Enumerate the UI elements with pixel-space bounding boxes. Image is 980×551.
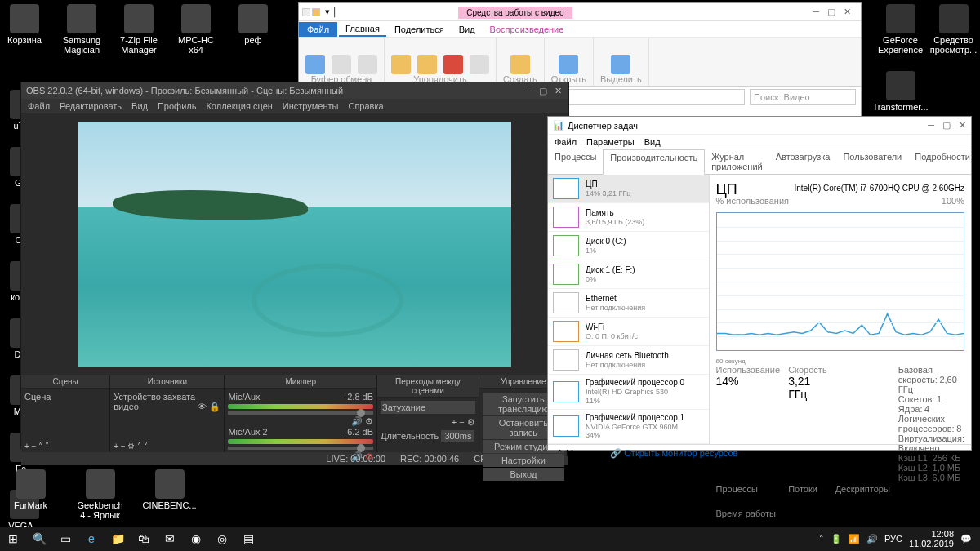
select-all-icon[interactable] [611,55,630,74]
desktop-icon[interactable]: 7-Zip File Manager [118,4,159,55]
desktop-icon[interactable]: Samsung Magician [61,4,102,55]
minimize-button[interactable]: ─ [928,120,934,131]
obs-window[interactable]: OBS 22.0.2 (64-bit, windows) - Профиль: … [20,82,569,449]
close-button[interactable]: ✕ [552,86,564,96]
rename-icon[interactable] [470,55,489,74]
obs-titlebar[interactable]: OBS 22.0.2 (64-bit, windows) - Профиль: … [21,82,568,99]
sidebar-item[interactable]: Диск 1 (E: F:)0% [548,260,709,289]
battery-icon[interactable]: 🔋 [831,534,842,544]
obs-preview[interactable] [78,122,511,367]
language-indicator[interactable]: РУС [884,534,902,544]
cpu-name: Intel(R) Core(TM) i7-6700HQ CPU @ 2.60GH… [716,184,964,193]
menu-item[interactable]: Редактировать [60,101,122,111]
search-box[interactable]: Поиск: Видео [750,89,856,105]
close-button[interactable]: ✕ [844,7,851,17]
minimize-button[interactable]: ─ [523,86,534,96]
pin-icon[interactable] [305,55,325,74]
wifi-icon[interactable]: 📶 [849,534,860,544]
desktop-icon[interactable]: Transformer... [878,71,923,112]
file-tab[interactable]: Файл [299,22,337,37]
menu-item[interactable]: Профиль [158,101,197,111]
menu-item[interactable]: Вид [131,101,148,111]
store-icon[interactable]: 🛍 [131,527,157,551]
tm-titlebar[interactable]: 📊 Диспетчер задач ─▢✕ [548,117,971,135]
properties-icon[interactable] [559,55,578,74]
explorer-icon[interactable]: 📁 [105,527,131,551]
sidebar-item[interactable]: Графический процессор 0Intel(R) HD Graph… [548,375,709,410]
transition-select[interactable]: Затухание [381,401,475,414]
tab[interactable]: Автозагрузка [769,149,837,174]
taskview-icon[interactable]: ▭ [52,527,78,551]
clock[interactable]: 12:0811.02.2019 [909,529,954,549]
back-icon[interactable] [302,8,310,16]
sidebar-item[interactable]: Память3,6/15,9 ГБ (23%) [548,203,709,232]
menu-item[interactable]: Файл [28,101,50,111]
sidebar-item[interactable]: Графический процессор 1NVIDIA GeForce GT… [548,410,709,444]
desktop-icon[interactable]: GeForce Experience [878,4,923,55]
tab[interactable]: Журнал приложений [705,149,769,174]
obs-menubar[interactable]: ФайлРедактироватьВидПрофильКоллекция сце… [21,99,568,113]
maximize-button[interactable]: ▢ [827,7,835,17]
volume-slider[interactable] [228,411,373,415]
tm-tabs[interactable]: ПроцессыПроизводительностьЖурнал приложе… [548,149,971,175]
search-icon[interactable]: 🔍 [26,527,52,551]
app-icon[interactable]: ▤ [235,527,261,551]
sidebar-item[interactable]: ЦП14% 3,21 ГГц [548,175,709,203]
mail-icon[interactable]: ✉ [157,527,183,551]
scene-item[interactable]: Сцена [24,392,51,402]
obs-control-button[interactable]: Выход [483,468,564,481]
sidebar-item[interactable]: Wi-FiО: 0 П: 0 кбит/с [548,318,709,346]
tab[interactable]: Процессы [548,149,603,174]
obs-taskbar-icon[interactable]: ◎ [209,527,235,551]
minimize-button[interactable]: ─ [813,7,819,17]
contextual-tab[interactable]: Средства работы с видео [458,7,572,19]
move-icon[interactable] [391,55,411,74]
menu-item[interactable]: Коллекция сцен [206,101,272,111]
task-manager-window[interactable]: 📊 Диспетчер задач ─▢✕ ФайлПараметрыВид П… [547,116,972,451]
edge-icon[interactable]: e [78,527,105,551]
paste-icon[interactable] [358,55,377,74]
explorer-ribbon-tabs[interactable]: Файл Главная Поделиться Вид Воспроизведе… [299,21,861,38]
menu-item[interactable]: Параметры [586,137,635,147]
scenes-toolbar[interactable]: + − ˄ ˅ [21,440,109,452]
sidebar-item[interactable]: Диск 0 (C:)1% [548,232,709,260]
close-button[interactable]: ✕ [959,120,966,131]
new-folder-icon[interactable] [510,55,530,74]
tab[interactable]: Пользователи [836,149,908,174]
maximize-button[interactable]: ▢ [537,86,549,96]
menu-item[interactable]: Файл [555,137,577,147]
chrome-icon[interactable]: ◉ [183,527,209,551]
copy-icon[interactable] [332,55,351,74]
desktop-icon[interactable]: CINEBENC... [147,469,192,520]
resource-monitor-link[interactable]: 🔗 Открыть монитор ресурсов [610,448,737,459]
desktop-icon[interactable]: FurMark [8,469,53,520]
menu-item[interactable]: Инструменты [283,101,339,111]
tab[interactable]: Службы [977,149,980,174]
tab[interactable]: Производительность [603,149,705,175]
desktop-icon[interactable]: Корзина [4,4,45,55]
volume-slider[interactable] [228,447,373,450]
explorer-titlebar[interactable]: ▾ │ Средства работы с видео ─ ▢ ✕ [299,3,861,21]
taskbar[interactable]: ⊞ 🔍 ▭ e 📁 🛍 ✉ ◉ ◎ ▤ ˄ 🔋 📶 🔊 РУС 12:0811.… [0,527,980,551]
tab[interactable]: Подробности [908,149,977,174]
sidebar-item[interactable]: Личная сеть BluetoothНет подключения [548,346,709,375]
desktop-icon[interactable]: Средство просмотр... [931,4,976,55]
desktop-icon[interactable]: Geekbench 4 - Ярлык [78,469,122,520]
source-item[interactable]: Устройство захвата видео [114,392,195,411]
copyto-icon[interactable] [417,55,437,74]
sidebar-item[interactable]: EthernetНет подключения [548,289,709,318]
menu-item[interactable]: Справка [348,101,383,111]
tray-chevron-icon[interactable]: ˄ [819,534,824,544]
start-button[interactable]: ⊞ [0,527,26,551]
sources-toolbar[interactable]: + − ⚙ ˄ ˅ [110,440,224,452]
menu-item[interactable]: Вид [644,137,661,147]
desktop-icon[interactable]: реф [233,4,274,55]
volume-icon[interactable]: 🔊 [866,534,878,544]
maximize-button[interactable]: ▢ [942,120,951,131]
tm-menubar[interactable]: ФайлПараметрыВид [548,135,971,149]
tm-sidebar[interactable]: ЦП14% 3,21 ГГцПамять3,6/15,9 ГБ (23%)Дис… [548,175,710,444]
fewer-details[interactable]: ⌃ Меньше [556,448,600,459]
notifications-icon[interactable]: 💬 [960,534,972,544]
delete-icon[interactable] [443,55,463,74]
desktop-icon[interactable]: MPC-HC x64 [176,4,216,55]
